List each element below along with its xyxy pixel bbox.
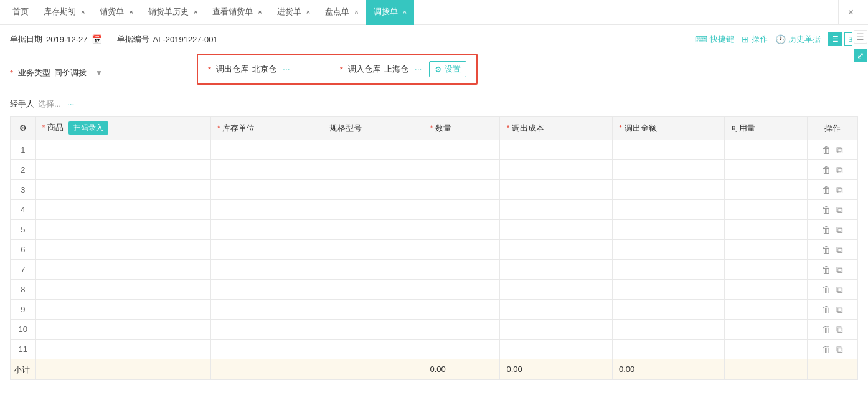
cell-available[interactable] <box>725 280 808 300</box>
tab-close-purchase-order[interactable]: × <box>306 8 310 16</box>
tab-close-stocktake[interactable]: × <box>354 8 358 16</box>
cell-product[interactable] <box>35 320 210 340</box>
handler-more-button[interactable]: ··· <box>67 99 75 109</box>
cell-unit[interactable] <box>210 260 323 280</box>
tab-stocktake[interactable]: 盘点单 × <box>318 0 366 25</box>
cell-available[interactable] <box>725 240 808 260</box>
tab-close-sales-history[interactable]: × <box>194 8 197 16</box>
list-view-button[interactable]: ☰ <box>828 32 842 46</box>
cell-spec[interactable] <box>323 300 423 320</box>
cell-spec[interactable] <box>323 140 423 160</box>
cell-amount[interactable] <box>612 140 724 160</box>
delete-row-button[interactable]: 🗑 <box>822 164 831 175</box>
cell-amount[interactable] <box>612 180 724 200</box>
cell-available[interactable] <box>725 200 808 220</box>
delete-row-button[interactable]: 🗑 <box>822 324 831 335</box>
sidebar-list-icon[interactable]: ☰ <box>854 30 867 44</box>
cell-available[interactable] <box>725 160 808 180</box>
cell-cost[interactable] <box>500 280 612 300</box>
cell-cost[interactable] <box>500 300 612 320</box>
cell-amount[interactable] <box>612 240 724 260</box>
copy-row-button[interactable]: ⧉ <box>836 184 843 196</box>
cell-available[interactable] <box>725 140 808 160</box>
cell-spec[interactable] <box>323 280 423 300</box>
cell-qty[interactable] <box>423 220 500 240</box>
tab-purchase-order[interactable]: 进货单 × <box>270 0 318 25</box>
cell-cost[interactable] <box>500 160 612 180</box>
th-gear[interactable]: ⚙ <box>11 117 35 140</box>
copy-row-button[interactable]: ⧉ <box>836 304 843 315</box>
cell-product[interactable] <box>35 140 210 160</box>
cell-product[interactable] <box>35 340 210 359</box>
warehouse-in-more-button[interactable]: ··· <box>415 64 422 74</box>
business-type-dropdown-icon[interactable]: ▼ <box>95 69 103 77</box>
copy-row-button[interactable]: ⧉ <box>836 344 843 355</box>
cell-amount[interactable] <box>612 320 724 340</box>
cell-product[interactable] <box>35 260 210 280</box>
cell-unit[interactable] <box>210 180 323 200</box>
cell-unit[interactable] <box>210 340 323 359</box>
cell-available[interactable] <box>725 260 808 280</box>
cell-product[interactable] <box>35 180 210 200</box>
tab-inventory-init[interactable]: 库存期初 × <box>36 0 92 25</box>
window-close-button[interactable]: × <box>838 0 863 25</box>
cell-product[interactable] <box>35 160 210 180</box>
cell-cost[interactable] <box>500 240 612 260</box>
cell-unit[interactable] <box>210 240 323 260</box>
cell-cost[interactable] <box>500 180 612 200</box>
handler-value[interactable]: 选择... <box>38 98 61 110</box>
business-type-value[interactable]: 同价调拨 <box>54 67 87 79</box>
cell-available[interactable] <box>725 180 808 200</box>
warehouse-in-value[interactable]: 上海仓 <box>384 64 408 75</box>
copy-row-button[interactable]: ⧉ <box>836 164 843 176</box>
cell-product[interactable] <box>35 240 210 260</box>
settings-button[interactable]: ⚙ 设置 <box>429 61 466 77</box>
tab-close-inventory-init[interactable]: × <box>81 8 85 16</box>
cell-product[interactable] <box>35 220 210 240</box>
cell-qty[interactable] <box>423 140 500 160</box>
cell-qty[interactable] <box>423 200 500 220</box>
copy-row-button[interactable]: ⧉ <box>836 244 843 255</box>
history-button[interactable]: 🕐 历史单据 <box>775 34 821 45</box>
tab-sales-history[interactable]: 销货单历史 × <box>141 0 205 25</box>
delete-row-button[interactable]: 🗑 <box>822 304 831 315</box>
tab-view-sales-order[interactable]: 查看销货单 × <box>205 0 269 25</box>
tab-close-sales-order[interactable]: × <box>129 8 133 16</box>
cell-spec[interactable] <box>323 220 423 240</box>
tab-close-view-sales-order[interactable]: × <box>258 8 262 16</box>
copy-row-button[interactable]: ⧉ <box>836 284 843 295</box>
cell-amount[interactable] <box>612 260 724 280</box>
cell-unit[interactable] <box>210 200 323 220</box>
tab-sales-order[interactable]: 销货单 × <box>92 0 140 25</box>
warehouse-out-value[interactable]: 北京仓 <box>252 64 276 75</box>
cell-unit[interactable] <box>210 140 323 160</box>
copy-row-button[interactable]: ⧉ <box>836 145 843 156</box>
cell-available[interactable] <box>725 300 808 320</box>
warehouse-out-more-button[interactable]: ··· <box>283 64 290 74</box>
cell-spec[interactable] <box>323 260 423 280</box>
delete-row-button[interactable]: 🗑 <box>822 244 831 255</box>
cell-unit[interactable] <box>210 220 323 240</box>
delete-row-button[interactable]: 🗑 <box>822 224 831 235</box>
cell-cost[interactable] <box>500 200 612 220</box>
cell-cost[interactable] <box>500 140 612 160</box>
delete-row-button[interactable]: 🗑 <box>822 204 831 215</box>
cell-available[interactable] <box>725 220 808 240</box>
cell-qty[interactable] <box>423 180 500 200</box>
cell-qty[interactable] <box>423 280 500 300</box>
cell-product[interactable] <box>35 200 210 220</box>
cell-spec[interactable] <box>323 180 423 200</box>
cell-spec[interactable] <box>323 320 423 340</box>
cell-product[interactable] <box>35 280 210 300</box>
operations-button[interactable]: ⊞ 操作 <box>742 34 768 45</box>
cell-amount[interactable] <box>612 340 724 359</box>
copy-row-button[interactable]: ⧉ <box>836 224 843 236</box>
cell-spec[interactable] <box>323 160 423 180</box>
cell-amount[interactable] <box>612 300 724 320</box>
cell-cost[interactable] <box>500 260 612 280</box>
cell-cost[interactable] <box>500 340 612 359</box>
cell-amount[interactable] <box>612 220 724 240</box>
cell-qty[interactable] <box>423 320 500 340</box>
shortcut-button[interactable]: ⌨ 快捷键 <box>695 34 734 45</box>
tab-close-transfer[interactable]: × <box>403 8 407 16</box>
